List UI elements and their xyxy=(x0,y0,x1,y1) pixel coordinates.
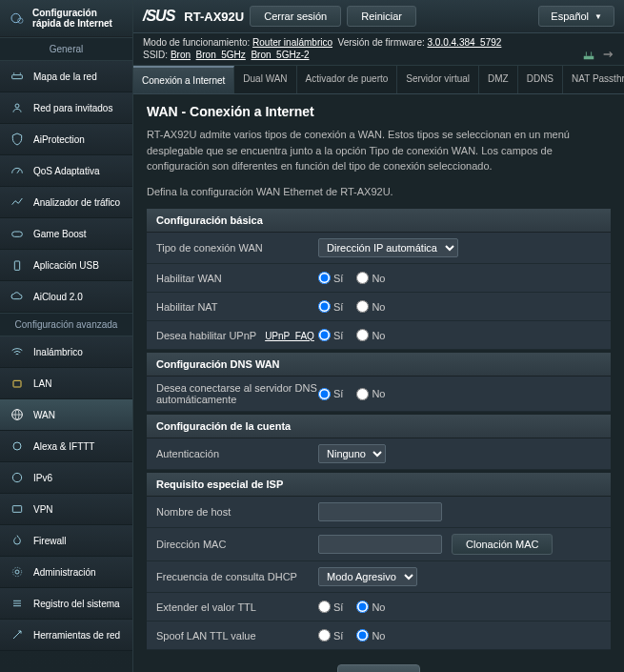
hostname-input[interactable] xyxy=(318,502,442,521)
sidebar-item-alexa[interactable]: Alexa & IFTTT xyxy=(0,431,132,462)
gamepad-icon xyxy=(8,226,27,241)
svg-rect-21 xyxy=(584,56,594,60)
sidebar-item-game-boost[interactable]: Game Boost xyxy=(0,218,132,250)
enable-wan-label: Habilitar WAN xyxy=(156,273,318,284)
svg-point-16 xyxy=(15,570,19,574)
vpn-icon xyxy=(8,501,27,517)
reboot-button[interactable]: Reiniciar xyxy=(347,6,416,27)
section-account: Configuración de la cuenta Autenticación… xyxy=(147,415,611,470)
svg-rect-2 xyxy=(12,75,23,79)
svg-rect-15 xyxy=(12,506,21,513)
sidebar-item-guest-network[interactable]: Red para invitados xyxy=(0,92,132,124)
usb-icon xyxy=(8,257,27,273)
apply-button[interactable]: Aplicar xyxy=(337,664,420,672)
sidebar: Configuración rápida de Internet General… xyxy=(0,0,133,672)
gear-icon xyxy=(8,564,27,580)
section-basic: Configuración básica Tipo de conexión WA… xyxy=(147,209,611,350)
mac-input[interactable] xyxy=(318,535,442,554)
page-desc-1: RT-AX92U admite varios tipos de conexión… xyxy=(147,127,611,174)
sidebar-section-advanced: Configuración avanzada xyxy=(0,313,132,336)
section-isp: Requisito especial de ISP Nombre de host… xyxy=(147,473,611,650)
ttl-extend-label: Extender el valor TTL xyxy=(156,601,318,613)
ttl-spoof-no[interactable] xyxy=(356,629,369,641)
chevron-down-icon: ▼ xyxy=(594,12,602,21)
status-icon-mesh[interactable] xyxy=(582,48,595,61)
sidebar-item-aicloud[interactable]: AiCloud 2.0 xyxy=(0,281,132,313)
tab-dmz[interactable]: DMZ xyxy=(479,66,518,93)
sidebar-item-syslog[interactable]: Registro del sistema xyxy=(0,588,132,620)
auth-select[interactable]: Ninguno xyxy=(318,444,386,463)
tab-dual-wan[interactable]: Dual WAN xyxy=(234,66,296,93)
enable-wan-yes[interactable] xyxy=(318,272,331,284)
sidebar-item-nettools[interactable]: Herramientas de red xyxy=(0,620,132,651)
status-icon-usb[interactable] xyxy=(601,48,614,61)
enable-upnp-yes[interactable] xyxy=(318,329,331,341)
svg-rect-8 xyxy=(14,261,19,270)
gauge-icon xyxy=(8,163,27,178)
sidebar-item-traffic[interactable]: Analizador de tráfico xyxy=(0,187,132,218)
mac-clone-button[interactable]: Clonación MAC xyxy=(452,534,553,555)
enable-upnp-no[interactable] xyxy=(356,329,369,341)
enable-wan-no[interactable] xyxy=(356,272,369,284)
language-selector[interactable]: Español ▼ xyxy=(538,6,614,27)
cloud-icon xyxy=(8,289,27,304)
sidebar-item-firewall[interactable]: Firewall xyxy=(0,525,132,557)
section-header-isp: Requisito especial de ISP xyxy=(147,473,611,497)
auto-dns-yes[interactable] xyxy=(318,388,331,400)
sidebar-item-usb[interactable]: Aplicación USB xyxy=(0,250,132,281)
dhcp-freq-select[interactable]: Modo Agresivo xyxy=(318,567,417,586)
sidebar-item-aiprotection[interactable]: AiProtection xyxy=(0,124,132,155)
sidebar-quick-label: Configuración rápida de Internet xyxy=(32,8,125,29)
logout-button[interactable]: Cerrar sesión xyxy=(250,6,341,27)
page-title: WAN - Conexión a Internet xyxy=(147,104,611,119)
hostname-label: Nombre de host xyxy=(156,506,318,518)
wan-type-label: Tipo de conexión WAN xyxy=(156,242,318,254)
ttl-spoof-yes[interactable] xyxy=(318,629,331,641)
ttl-extend-yes[interactable] xyxy=(318,601,331,613)
sidebar-item-admin[interactable]: Administración xyxy=(0,557,132,588)
tab-virtual-server[interactable]: Servidor virtual xyxy=(397,66,479,93)
wan-type-select[interactable]: Dirección IP automática xyxy=(318,238,458,257)
svg-line-6 xyxy=(17,170,20,173)
auto-dns-no[interactable] xyxy=(356,388,369,400)
tools-icon xyxy=(8,627,27,642)
content: WAN - Conexión a Internet RT-AX92U admit… xyxy=(133,94,624,672)
auto-dns-label: Desea conectarse al servidor DNS automát… xyxy=(156,382,318,405)
sidebar-item-ipv6[interactable]: IPv6 xyxy=(0,462,132,494)
enable-nat-no[interactable] xyxy=(356,300,369,313)
ssid-1: Bron xyxy=(171,50,191,60)
sidebar-quick-setup[interactable]: Configuración rápida de Internet xyxy=(0,0,132,37)
enable-nat-yes[interactable] xyxy=(318,300,331,313)
tab-internet-connection[interactable]: Conexión a Internet xyxy=(133,66,234,93)
shield-icon xyxy=(8,132,27,147)
globe-icon xyxy=(8,407,27,422)
sidebar-item-network-map[interactable]: Mapa de la red xyxy=(0,61,132,92)
model-label: RT-AX92U xyxy=(184,10,244,24)
auth-label: Autenticación xyxy=(156,448,318,459)
firmware-link[interactable]: 3.0.0.4.384_5792 xyxy=(428,37,502,48)
svg-point-13 xyxy=(13,442,21,450)
sidebar-item-qos[interactable]: QoS Adaptativa xyxy=(0,155,132,187)
tab-port-trigger[interactable]: Activador de puerto xyxy=(297,66,398,93)
section-header-dns: Configuración DNS WAN xyxy=(147,353,611,377)
ttl-extend-no[interactable] xyxy=(356,601,369,613)
sidebar-item-lan[interactable]: LAN xyxy=(0,368,132,399)
sidebar-item-wireless[interactable]: Inalámbrico xyxy=(0,336,132,368)
lan-icon xyxy=(8,376,27,391)
tab-ddns[interactable]: DDNS xyxy=(518,66,563,93)
section-dns: Configuración DNS WAN Desea conectarse a… xyxy=(147,353,611,412)
enable-upnp-label: Desea habilitar UPnP UPnP_FAQ xyxy=(156,330,318,341)
mode-link[interactable]: Router inalámbrico xyxy=(252,37,332,48)
upnp-faq-link[interactable]: UPnP_FAQ xyxy=(265,331,314,341)
fire-icon xyxy=(8,533,27,548)
dhcp-freq-label: Frecuencia de consulta DHCP xyxy=(156,571,318,582)
svg-point-0 xyxy=(11,13,20,22)
sidebar-item-vpn[interactable]: VPN xyxy=(0,494,132,525)
svg-point-14 xyxy=(12,473,21,481)
svg-rect-7 xyxy=(12,232,23,236)
mac-label: Dirección MAC xyxy=(156,539,318,550)
sidebar-item-wan[interactable]: WAN xyxy=(0,399,132,431)
wifi-icon xyxy=(8,344,27,359)
section-header-basic: Configuración básica xyxy=(147,209,611,233)
tab-nat-passthrough[interactable]: NAT Passthrough xyxy=(563,66,624,93)
